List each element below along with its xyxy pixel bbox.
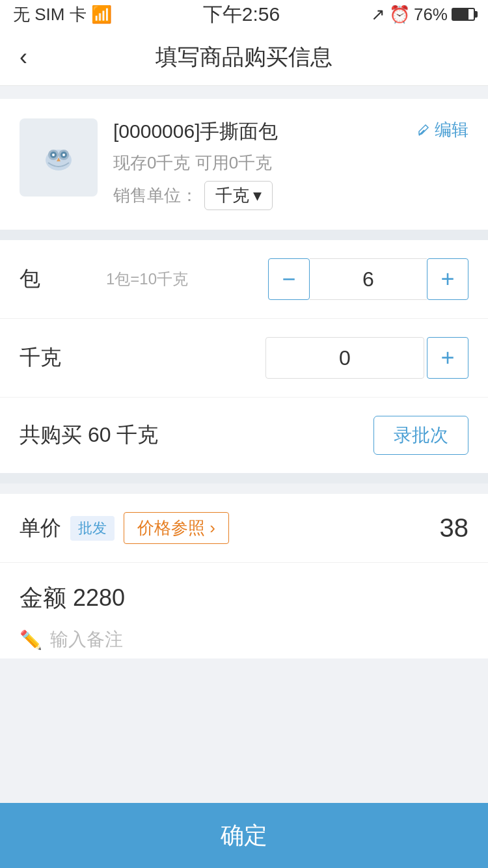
package-label: 包	[20, 265, 100, 293]
input-section: 包 1包=10千克 − + 千克 +	[0, 240, 488, 398]
package-input[interactable]	[310, 258, 427, 300]
price-label: 单价	[20, 514, 61, 543]
alarm-icon: ⏰	[389, 5, 410, 25]
divider-1	[0, 230, 488, 240]
status-right: ↗ ⏰ 76%	[371, 5, 475, 25]
pencil-icon: ✏️	[20, 629, 42, 651]
kilogram-input[interactable]	[265, 337, 424, 379]
product-unit-row: 销售单位： 千克 ▾	[113, 181, 468, 210]
edit-button[interactable]: 编辑	[416, 118, 468, 141]
price-left: 单价 批发 价格参照 ›	[20, 512, 229, 544]
nav-bar: ‹ 填写商品购买信息	[0, 29, 488, 86]
location-icon: ↗	[371, 5, 385, 25]
product-info: [0000006]手撕面包 编辑 现存0千克 可用0千克 销售单位： 千克 ▾	[113, 118, 468, 210]
status-left: 无 SIM 卡 📶	[13, 3, 112, 26]
edit-icon	[416, 123, 431, 137]
remark-placeholder[interactable]: 输入备注	[50, 627, 123, 652]
back-button[interactable]: ‹	[20, 44, 27, 71]
package-stepper: − +	[268, 258, 468, 300]
status-time: 下午2:56	[203, 1, 280, 28]
svg-point-6	[62, 154, 65, 156]
batch-tag: 批发	[70, 516, 115, 541]
package-row: 包 1包=10千克 − +	[0, 240, 488, 319]
amount-text: 金额 2280	[20, 582, 468, 614]
package-hint: 1包=10千克	[106, 269, 188, 290]
unit-select[interactable]: 千克 ▾	[204, 181, 273, 210]
product-logo-icon	[39, 138, 78, 177]
product-name: [0000006]手撕面包	[113, 118, 278, 145]
price-section: 单价 批发 价格参照 › 38	[0, 494, 488, 562]
chevron-down-icon: ▾	[253, 185, 262, 206]
divider-2	[0, 473, 488, 483]
price-value: 38	[440, 513, 469, 543]
price-reference-button[interactable]: 价格参照 ›	[124, 512, 229, 544]
confirm-button[interactable]: 确定	[0, 803, 488, 868]
amount-section: 金额 2280 ✏️ 输入备注	[0, 562, 488, 658]
status-bar: 无 SIM 卡 📶 下午2:56 ↗ ⏰ 76%	[0, 0, 488, 29]
page-title: 填写商品购买信息	[156, 42, 332, 72]
product-image	[20, 118, 98, 197]
product-card: [0000006]手撕面包 编辑 现存0千克 可用0千克 销售单位： 千克 ▾	[0, 99, 488, 230]
kilogram-label: 千克	[20, 344, 142, 372]
summary-text: 共购买 60 千克	[20, 421, 158, 450]
kilogram-increment-button[interactable]: +	[427, 337, 468, 379]
package-increment-button[interactable]: +	[427, 258, 468, 300]
svg-point-5	[52, 154, 55, 156]
batch-button[interactable]: 录批次	[373, 416, 468, 455]
battery-text: 76%	[414, 5, 448, 25]
remark-row: ✏️ 输入备注	[20, 627, 468, 652]
product-stock: 现存0千克 可用0千克	[113, 152, 468, 174]
summary-row: 共购买 60 千克 录批次	[0, 398, 488, 473]
battery-icon	[452, 8, 475, 21]
kilogram-row: 千克 +	[0, 319, 488, 398]
package-decrement-button[interactable]: −	[268, 258, 310, 300]
